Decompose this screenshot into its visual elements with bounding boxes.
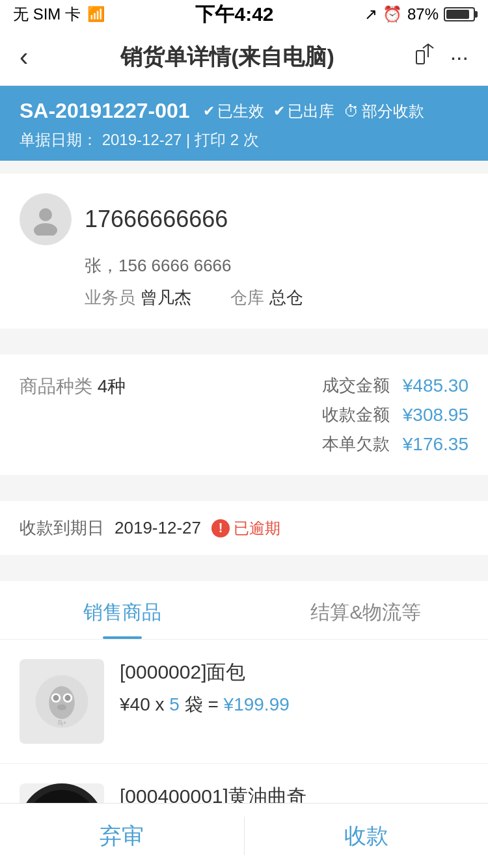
svg-point-9 [65,695,71,701]
svg-point-2 [39,208,52,221]
gap-3 [0,555,488,568]
balance-label: 本单欠款 [322,433,390,455]
product-name-1: [0000002]面包 [120,659,468,686]
order-header-banner: SA-20191227-001 ✔ 已生效 ✔ 已出库 ⏱ 部分收款 单据日期：… [0,86,488,161]
received-amount-value: ¥308.95 [403,405,468,426]
print-separator: | [186,131,195,148]
deal-amount-row: 成交金额 ¥485.30 [322,374,468,397]
deal-amount-value: ¥485.30 [403,375,468,396]
summary-section: 商品种类 4种 成交金额 ¥485.30 收款金额 ¥308.95 本单欠款 ¥… [0,355,488,475]
check-icon-2: ✔ [273,103,285,120]
product-total-1: ¥199.99 [224,694,290,714]
overdue-icon: ! [211,519,230,537]
warehouse-value: 总仓 [269,286,303,309]
more-button[interactable]: ··· [450,44,468,70]
tab-settlement-logistics[interactable]: 结算&物流等 [244,581,488,639]
gap-2 [0,475,488,488]
svg-rect-0 [416,51,424,64]
page-title: 销货单详情(来自电脑) [41,42,413,72]
product-image-1: 鸟+ [20,659,104,744]
svg-point-3 [34,223,57,236]
product-placeholder-1: 鸟+ [20,659,104,744]
amounts: 成交金额 ¥485.30 收款金额 ¥308.95 本单欠款 ¥176.35 [322,374,468,455]
customer-row: 17666666666 [20,193,468,245]
status-right: ↗ ⏰ 87% [364,5,475,23]
product-details-1: [0000002]面包 ¥40 x 5 袋 = ¥199.99 [120,659,468,717]
deal-amount-label: 成交金额 [322,374,390,397]
battery-percent: 87% [407,5,439,23]
carrier-text: 无 SIM 卡 [13,4,81,25]
product-types-count: 4种 [98,376,126,396]
order-id: SA-20191227-001 [20,99,190,123]
due-date-label: 收款到期日 [20,517,104,539]
nav-bar: ‹ 销货单详情(来自电脑) ··· [0,29,488,86]
banner-top: SA-20191227-001 ✔ 已生效 ✔ 已出库 ⏱ 部分收款 [20,99,468,123]
status-badges: ✔ 已生效 ✔ 已出库 ⏱ 部分收款 [203,101,424,122]
customer-phone: 17666666666 [85,206,228,233]
gap-1 [0,329,488,342]
salesperson-item: 业务员 曾凡杰 [85,286,191,309]
warehouse-item: 仓库 总仓 [230,286,303,309]
avatar [20,193,72,245]
status-left: 无 SIM 卡 📶 [13,4,105,25]
print-unit: 次 [243,131,259,148]
status-badge-partial: ⏱ 部分收款 [344,101,424,122]
tabs-section: 销售商品 结算&物流等 [0,581,488,640]
product-types: 商品种类 4种 [20,374,126,399]
salesperson-value: 曾凡杰 [141,286,191,309]
collect-payment-button[interactable]: 收款 [245,804,489,868]
clock-icon: ⏱ [344,102,359,120]
balance-row: 本单欠款 ¥176.35 [322,433,468,455]
nav-actions: ··· [414,43,468,72]
product-item-1: 鸟+ [0000002]面包 ¥40 x 5 袋 = ¥199.99 [0,640,488,764]
customer-meta: 业务员 曾凡杰 仓库 总仓 [85,286,468,309]
balance-value: ¥176.35 [403,434,468,455]
customer-section: 17666666666 张，156 6666 6666 业务员 曾凡杰 仓库 总… [0,174,488,329]
svg-text:鸟+: 鸟+ [57,720,66,726]
share-button[interactable] [414,43,437,72]
due-date-section: 收款到期日 2019-12-27 ! 已逾期 [0,501,488,555]
abandon-review-button[interactable]: 弃审 [0,804,244,868]
tab-sales-products[interactable]: 销售商品 [0,581,244,639]
back-button[interactable]: ‹ [20,42,28,72]
product-price-1: ¥40 x 5 袋 = ¥199.99 [120,692,468,717]
print-label: 打印 [195,131,226,148]
order-date-row: 单据日期： 2019-12-27 | 打印 2 次 [20,129,468,150]
date-label: 单据日期： [20,131,98,148]
overdue-label: 已逾期 [234,518,280,539]
warehouse-label: 仓库 [230,286,264,309]
location-icon: ↗ [364,5,377,23]
check-icon-1: ✔ [203,103,215,120]
status-badge-effective: ✔ 已生效 [203,101,264,122]
status-time: 下午4:42 [195,1,273,28]
battery-icon [444,7,475,21]
status-bar: 无 SIM 卡 📶 下午4:42 ↗ ⏰ 87% [0,0,488,29]
wifi-icon: 📶 [87,6,105,23]
salesperson-label: 业务员 [85,286,135,309]
svg-point-5 [49,686,75,719]
customer-name: 张，156 6666 6666 [85,254,468,277]
order-date: 2019-12-27 [102,131,182,148]
status-badge-shipped: ✔ 已出库 [273,101,334,122]
due-date-value: 2019-12-27 [115,518,201,538]
svg-point-8 [53,695,59,701]
alarm-icon: ⏰ [383,5,402,23]
bottom-actions: 弃审 收款 [0,803,488,868]
received-amount-row: 收款金额 ¥308.95 [322,403,468,426]
print-count: 2 [230,131,239,148]
product-qty-1: 5 [169,694,180,714]
received-amount-label: 收款金额 [322,403,390,426]
overdue-badge: ! 已逾期 [211,518,280,539]
svg-point-10 [57,705,66,711]
product-types-label: 商品种类 [20,376,92,396]
